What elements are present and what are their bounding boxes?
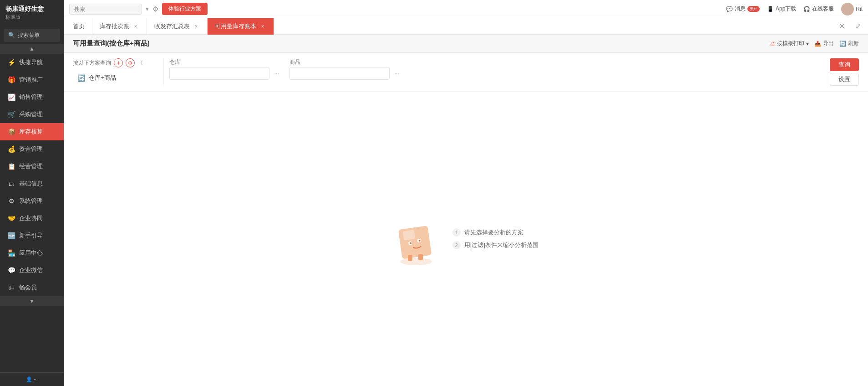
- sidebar-item-member[interactable]: 🏷 畅会员: [0, 279, 64, 296]
- scheme-item-label: 仓库+商品: [89, 74, 116, 82]
- filter-scheme-panel: 按以下方案查询 ＋ ⚙ 《 🔄 仓库+商品: [73, 58, 164, 85]
- product-input[interactable]: [289, 67, 390, 80]
- sidebar-item-inventory[interactable]: 📦 库存核算: [0, 123, 64, 140]
- tab-available-close[interactable]: ×: [259, 23, 266, 30]
- sidebar-item-label: 畅会员: [19, 283, 37, 292]
- filter-field-product: 商品 ···: [289, 58, 402, 80]
- sidebar-item-guide[interactable]: 🆕 新手引导: [0, 227, 64, 244]
- sidebar-item-label: 快捷导航: [19, 58, 43, 67]
- print-icon: 🖨: [770, 41, 775, 47]
- product-more-btn[interactable]: ···: [391, 68, 402, 79]
- customer-service-btn[interactable]: 🎧 在线客服: [803, 5, 834, 13]
- app-label: App下载: [776, 5, 796, 13]
- collapse-icon[interactable]: 《: [137, 59, 143, 67]
- tab-close-icon[interactable]: ✕: [835, 20, 848, 33]
- sales-icon: 📈: [7, 93, 15, 101]
- edit-scheme-btn[interactable]: ⚙: [126, 58, 135, 67]
- app-download-btn[interactable]: 📱 App下载: [767, 5, 796, 13]
- sidebar-item-label: 资金管理: [19, 145, 43, 153]
- sidebar-item-label: 新手引导: [19, 232, 43, 240]
- refresh-icon: 🔄: [839, 41, 846, 47]
- sidebar-item-label: 企业协同: [19, 214, 43, 222]
- tab-batch-close[interactable]: ×: [132, 23, 139, 30]
- sidebar-item-purchase[interactable]: 🛒 采购管理: [0, 106, 64, 123]
- tabbar: 首页 库存批次账 × 收发存汇总表 × 可用量库存账本 × ✕ ⤢: [64, 18, 868, 35]
- sidebar-brand: 畅康通好生意: [5, 5, 58, 14]
- sidebar-item-shortcut[interactable]: ⚡ 快捷导航: [0, 54, 64, 71]
- chevron-down-icon[interactable]: ▾: [146, 5, 149, 12]
- tab-summary[interactable]: 收发存汇总表 ×: [147, 18, 208, 35]
- page-header-actions: 🖨 按模板打印 ▾ 📤 导出 🔄 刷新: [770, 40, 859, 47]
- sidebar-item-appstore[interactable]: 🏪 应用中心: [0, 244, 64, 262]
- appstore-icon: 🏪: [7, 249, 15, 257]
- guide-icon: 🆕: [7, 232, 15, 239]
- tab-batch[interactable]: 库存批次账 ×: [92, 18, 147, 35]
- basic-icon: 🗂: [7, 180, 15, 187]
- refresh-label: 刷新: [848, 40, 859, 47]
- empty-tips: 1 请先选择要分析的方案 2 用[过滤]条件来缩小分析范围: [452, 228, 538, 249]
- sidebar-search-btn[interactable]: 🔍 搜索菜单: [4, 29, 60, 42]
- scroll-up-btn[interactable]: ▲: [0, 44, 64, 54]
- message-btn[interactable]: 💬 消息 99+: [726, 5, 760, 13]
- sidebar-item-marketing[interactable]: 🎁 营销推广: [0, 71, 64, 88]
- export-icon: 📤: [814, 41, 821, 47]
- svg-rect-7: [408, 255, 412, 261]
- shortcut-icon: ⚡: [7, 59, 15, 66]
- tip-num-1: 1: [452, 228, 461, 237]
- sidebar-item-basic[interactable]: 🗂 基础信息: [0, 175, 64, 192]
- topbar: ▾ ⚙ 体验行业方案 💬 消息 99+ 📱 App下载 🎧 在线客服 Rit: [64, 0, 868, 18]
- tabbar-right-actions: ✕ ⤢: [835, 20, 868, 33]
- tip-text-2: 用[过滤]条件来缩小分析范围: [464, 241, 538, 249]
- filter-field-warehouse: 仓库 ···: [169, 58, 282, 80]
- sidebar-item-system[interactable]: ⚙ 系统管理: [0, 192, 64, 210]
- query-button[interactable]: 查询: [830, 58, 859, 71]
- sidebar-item-label: 企业微信: [19, 266, 43, 274]
- tab-fullscreen-icon[interactable]: ⤢: [852, 20, 864, 33]
- scheme-item-warehouse-product[interactable]: 🔄 仓库+商品: [73, 71, 158, 85]
- warehouse-more-btn[interactable]: ···: [271, 68, 282, 79]
- sidebar-item-label: 采购管理: [19, 110, 43, 118]
- setting-button[interactable]: 设置: [830, 73, 859, 86]
- template-print-label: 按模板打印: [777, 40, 804, 47]
- chevron-down-icon: ▾: [806, 41, 809, 47]
- settings-icon[interactable]: ⚙: [152, 5, 158, 13]
- tab-summary-close[interactable]: ×: [193, 23, 200, 30]
- tab-home[interactable]: 首页: [64, 18, 92, 35]
- template-print-btn[interactable]: 🖨 按模板打印 ▾: [770, 40, 809, 47]
- system-icon: ⚙: [7, 197, 15, 205]
- operations-icon: 📋: [7, 163, 15, 170]
- sidebar-item-sales[interactable]: 📈 销售管理: [0, 88, 64, 106]
- svg-rect-8: [418, 254, 423, 260]
- export-btn[interactable]: 📤 导出: [814, 40, 834, 47]
- user-profile[interactable]: Rit: [841, 3, 863, 15]
- empty-tip-1: 1 请先选择要分析的方案: [452, 228, 538, 237]
- tab-batch-label: 库存批次账: [100, 22, 129, 31]
- topbar-actions: 💬 消息 99+ 📱 App下载 🎧 在线客服 Rit: [726, 3, 863, 15]
- sidebar-item-operations[interactable]: 📋 经营管理: [0, 158, 64, 175]
- page-title: 可用量查询(按仓库+商品): [73, 39, 150, 48]
- sidebar-item-label: 销售管理: [19, 93, 43, 101]
- svg-point-0: [400, 258, 432, 265]
- warehouse-input[interactable]: [169, 67, 269, 80]
- sidebar-item-label: 系统管理: [19, 197, 43, 205]
- enterprise-icon: 🤝: [7, 215, 15, 222]
- message-label: 消息: [735, 5, 746, 13]
- sidebar: 畅康通好生意 标准版 🔍 搜索菜单 ▲ ⚡ 快捷导航 🎁 营销推广 📈 销售管理…: [0, 0, 64, 386]
- tab-summary-label: 收发存汇总表: [154, 22, 190, 31]
- add-scheme-btn[interactable]: ＋: [114, 58, 123, 67]
- tab-available-label: 可用量库存账本: [215, 22, 256, 31]
- trial-btn[interactable]: 体验行业方案: [162, 3, 208, 15]
- sidebar-item-finance[interactable]: 💰 资金管理: [0, 140, 64, 158]
- sidebar-item-enterprise[interactable]: 🤝 企业协同: [0, 210, 64, 227]
- wechat-icon: 💬: [7, 267, 15, 274]
- service-label: 在线客服: [812, 5, 834, 13]
- empty-state: 1 请先选择要分析的方案 2 用[过滤]条件来缩小分析范围: [393, 216, 538, 262]
- tip-num-2: 2: [452, 241, 461, 249]
- refresh-btn[interactable]: 🔄 刷新: [839, 40, 859, 47]
- tab-available[interactable]: 可用量库存账本 ×: [208, 18, 274, 35]
- scroll-down-btn[interactable]: ▼: [0, 296, 64, 306]
- sidebar-bottom-icon: 👤 ···: [26, 376, 38, 382]
- sidebar-item-wechat[interactable]: 💬 企业微信: [0, 262, 64, 279]
- topbar-search-input[interactable]: [69, 4, 142, 15]
- scheme-title-text: 按以下方案查询: [73, 59, 111, 67]
